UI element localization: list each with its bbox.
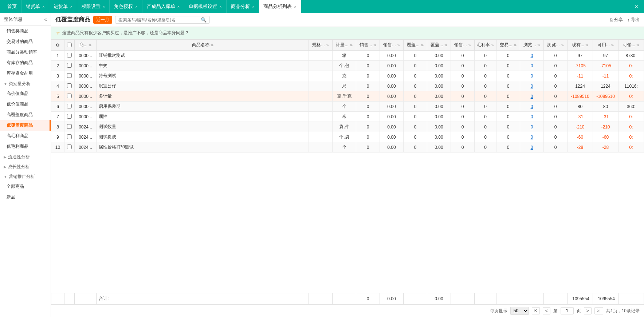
nav-tab-analysis[interactable]: 商品分析 ×: [227, 0, 259, 13]
share-btn[interactable]: ⎘ 分享: [610, 17, 623, 23]
row-browse1[interactable]: 0: [520, 91, 544, 102]
last-page-btn[interactable]: >|: [594, 307, 603, 314]
nav-tab-permissions[interactable]: 权限设置 ×: [77, 0, 110, 13]
header-right-actions: ⎘ 分享 ↑ 导出: [610, 17, 640, 23]
close-templates-tab[interactable]: ×: [219, 4, 221, 9]
table-row: 9 0024... 测试提成 个,袋 0 0.00 0 0.00 0 0 0 0…: [51, 132, 644, 142]
row-avail: -60: [593, 132, 619, 142]
row-checkbox[interactable]: [64, 122, 75, 132]
close-permissions-tab[interactable]: ×: [103, 4, 105, 9]
page-size-select[interactable]: 50 20 100 200: [510, 307, 529, 315]
sidebar-item-low-value[interactable]: 低价值商品: [0, 99, 51, 110]
row-sellable: 0:: [619, 142, 644, 152]
export-btn[interactable]: ↑ 导出: [627, 17, 640, 23]
close-analysis-list-tab[interactable]: ×: [294, 4, 296, 9]
row-browse1[interactable]: 0: [520, 142, 544, 152]
close-analysis-tab[interactable]: ×: [252, 4, 254, 9]
sidebar-item-all-products[interactable]: 全部商品: [0, 181, 51, 192]
row-checkbox[interactable]: [64, 112, 75, 122]
sidebar-header[interactable]: 整体信息 «: [0, 13, 51, 26]
sidebar-group-flow[interactable]: ▶ 流通性分析: [0, 152, 51, 162]
close-sales-tab[interactable]: ×: [42, 4, 44, 9]
row-sales2: 0: [451, 102, 475, 112]
sidebar-group-marketing[interactable]: ▼ 营销推广分析: [0, 171, 51, 181]
row-browse1[interactable]: 0: [520, 71, 544, 81]
row-cover1: 0: [404, 91, 427, 102]
row-checkbox[interactable]: [64, 61, 75, 71]
sidebar-item-stock-products[interactable]: 有库存的商品: [0, 58, 51, 68]
close-all-tabs[interactable]: ×: [632, 3, 641, 10]
nav-tab-home[interactable]: 首页: [3, 0, 21, 13]
row-num: 3: [51, 71, 64, 81]
row-browse1[interactable]: 0: [520, 51, 544, 61]
search-box: 🔍: [115, 16, 210, 24]
nav-tab-purchase[interactable]: 进货单 ×: [49, 0, 77, 13]
row-sales-amt: 0.00: [380, 91, 404, 102]
row-current: -11: [568, 71, 593, 81]
sidebar-item-high-value[interactable]: 高价值商品: [0, 88, 51, 99]
page-number-input[interactable]: [561, 307, 574, 314]
sidebar-item-category-rate[interactable]: 商品分类动销率: [0, 47, 51, 58]
select-all-checkbox[interactable]: [67, 43, 72, 47]
row-browse1[interactable]: 0: [520, 61, 544, 71]
row-browse1[interactable]: 0: [520, 102, 544, 112]
sidebar-item-low-profit[interactable]: 低毛利商品: [0, 141, 51, 152]
sidebar-item-low-coverage[interactable]: 低覆盖度商品: [0, 120, 51, 131]
nav-tab-templates[interactable]: 单据模板设置 ×: [184, 0, 226, 13]
row-num: 7: [51, 112, 64, 122]
next-page-btn[interactable]: >: [584, 307, 592, 314]
sidebar-item-high-profit[interactable]: 高毛利商品: [0, 131, 51, 141]
row-checkbox[interactable]: [64, 51, 75, 61]
sidebar-item-high-coverage[interactable]: 高覆盖度商品: [0, 110, 51, 120]
row-cover2: 0.00: [427, 142, 451, 152]
row-spec: [309, 112, 333, 122]
row-name: 旺铺批次测试: [97, 51, 309, 61]
row-checkbox[interactable]: [64, 71, 75, 81]
col-sales2-header: 销售...⇅: [451, 40, 475, 51]
row-browse1[interactable]: 0: [520, 122, 544, 132]
first-page-btn[interactable]: K: [532, 307, 540, 314]
sidebar-item-new-products[interactable]: 新品: [0, 192, 51, 202]
row-sales-qty: 0: [356, 71, 380, 81]
row-checkbox[interactable]: [64, 81, 75, 91]
row-checkbox[interactable]: [64, 91, 75, 102]
nav-tab-analysis-list[interactable]: 商品分析列表 ×: [259, 0, 301, 13]
sidebar-collapse-btn[interactable]: «: [44, 16, 47, 22]
search-input[interactable]: [118, 17, 201, 23]
close-roles-tab[interactable]: ×: [135, 4, 137, 9]
sidebar-item-traded-products[interactable]: 交易过的商品: [0, 36, 51, 47]
row-browse1[interactable]: 0: [520, 112, 544, 122]
sidebar-item-capital-use[interactable]: 库存资金占用: [0, 68, 51, 79]
filter-recent-month-btn[interactable]: 近一月: [93, 16, 112, 24]
sidebar-group-growth[interactable]: ▶ 成长性分析: [0, 162, 51, 171]
nav-tab-roles[interactable]: 角色授权 ×: [110, 0, 142, 13]
close-products-tab[interactable]: ×: [177, 4, 180, 9]
growth-expand-arrow: ▶: [4, 165, 7, 169]
row-code: 0024...: [75, 142, 97, 152]
row-checkbox[interactable]: [64, 102, 75, 112]
col-unit-header: 计量...⇅: [333, 40, 356, 51]
row-checkbox[interactable]: [64, 132, 75, 142]
sidebar-item-sales-products[interactable]: 销售类商品: [0, 26, 51, 36]
row-sellable: 0:: [619, 71, 644, 81]
total-gross: [475, 293, 496, 304]
table-row: 2 0000... 牛奶 个,包 0 0.00 0 0.00 0 0 0 0 0…: [51, 61, 644, 71]
nav-tab-sales[interactable]: 销货单 ×: [21, 0, 49, 13]
row-code: 0000...: [75, 51, 97, 61]
row-spec: [309, 132, 333, 142]
row-code: 0024...: [75, 122, 97, 132]
nav-tab-products[interactable]: 产成品入库单 ×: [142, 0, 184, 13]
row-checkbox[interactable]: [64, 142, 75, 152]
row-num: 6: [51, 102, 64, 112]
sidebar-group-category[interactable]: ▼ 类别量分析: [0, 79, 51, 88]
total-cover1: [404, 293, 427, 304]
close-purchase-tab[interactable]: ×: [70, 4, 72, 9]
prev-page-btn[interactable]: <: [543, 307, 550, 314]
row-name: 属性: [97, 112, 309, 122]
total-unit: [333, 293, 356, 304]
row-browse1[interactable]: 0: [520, 81, 544, 91]
row-browse1[interactable]: 0: [520, 132, 544, 142]
row-num: 9: [51, 132, 64, 142]
col-checkbox[interactable]: [64, 40, 75, 51]
col-settings[interactable]: ⚙: [51, 40, 64, 51]
